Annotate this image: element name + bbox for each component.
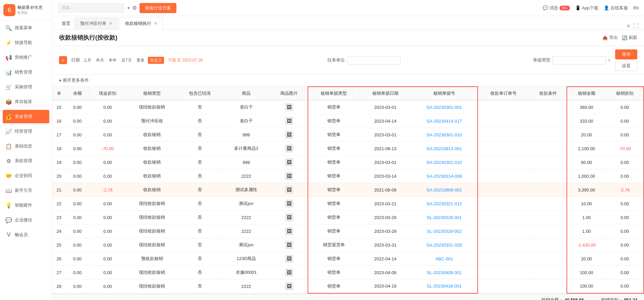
sidebar-item-营销推广[interactable]: 📢 营销推广 <box>0 50 52 65</box>
sidebar-label-10: 企业协同 <box>15 173 32 179</box>
td-receipt-order-no <box>478 169 529 183</box>
sidebar-label-14: 畅会员 <box>15 232 28 238</box>
sidebar-item-系统管理[interactable]: ⚙ 系统管理 <box>0 154 52 168</box>
td-voucher-no[interactable]: ABC-001 <box>411 252 477 266</box>
td-product: 测试jun <box>222 197 270 211</box>
filter-partner-input[interactable] <box>347 56 400 65</box>
td-cash-discount: 0.00 <box>89 252 126 266</box>
td-verify-type: 预付冲应收 <box>126 114 178 128</box>
tab-prepay-close[interactable]: ✕ <box>109 21 112 26</box>
td-voucher-no[interactable]: SA-20230414-017 <box>411 114 477 128</box>
td-balance: 0.00 <box>66 183 89 197</box>
td-voucher-no[interactable]: SA-20230314-008 <box>411 169 477 183</box>
filter-custom[interactable]: 自定义 <box>148 57 164 64</box>
sidebar-item-资金管理[interactable]: 💰 资金管理 <box>3 110 49 123</box>
td-voucher-no[interactable]: SA-20230331-026 <box>411 238 477 252</box>
td-voucher-no[interactable]: SA-20210808-001 <box>411 183 477 197</box>
footer-amount: 核销金额： 40,556,66... <box>541 297 587 300</box>
td-receipt-order-no <box>478 156 529 169</box>
sidebar-item-新手引导[interactable]: 📖 新手引导 <box>0 183 52 198</box>
sidebar-item-库存核算[interactable]: 📦 库存核算 <box>0 94 52 109</box>
td-voucher-no[interactable]: SL-20230328-001 <box>411 211 477 224</box>
export-button[interactable]: 📤 导出 <box>602 35 618 41</box>
filter-voucher-type-input[interactable] <box>552 56 606 65</box>
filter-more[interactable]: 更多 <box>135 57 146 64</box>
filter-partner-dots[interactable]: ... <box>402 58 408 63</box>
td-voucher-no[interactable]: SA-20230301-010 <box>411 156 477 169</box>
tab-verify-close[interactable]: ✕ <box>154 21 157 26</box>
message-btn[interactable]: 💬 消息 99+ <box>543 5 570 11</box>
filter-7days[interactable]: 近7天 <box>120 57 133 64</box>
sidebar-item-基础信息[interactable]: 📋 基础信息 <box>0 139 52 154</box>
sidebar-item-快捷导航[interactable]: ⚡ 快捷导航 <box>0 35 52 50</box>
sidebar-item-采购管理[interactable]: 🛒 采购管理 <box>0 80 52 94</box>
td-voucher-no[interactable]: SA-20230301-010 <box>411 128 477 142</box>
th-gear[interactable]: ⚙ <box>52 87 66 100</box>
window-close-icon[interactable]: ✕ <box>626 23 631 29</box>
app-download-btn[interactable]: 📱 App下载 <box>575 5 598 11</box>
td-verify-discount: 0.00 <box>606 197 644 211</box>
footer-discount-value: 952.24 <box>624 297 637 300</box>
td-id: 16 <box>52 114 66 128</box>
table-header-row: ⚙ 余额 现金折扣 核销类型 包含已结清 商品 商品图片 核销单据类型 核销单据… <box>52 87 644 100</box>
search-bar[interactable]: 搜索... <box>58 3 125 13</box>
tab-prepay[interactable]: 预付冲应付单 ✕ <box>74 17 118 29</box>
td-voucher-no[interactable]: SL-20230328-002 <box>411 224 477 238</box>
td-voucher-no[interactable]: SA-20210813-001 <box>411 142 477 156</box>
filter-this-year[interactable]: 本年 <box>107 57 118 64</box>
td-cash-discount: 0.00 <box>89 280 126 293</box>
refresh-icon: 🔄 <box>622 35 627 40</box>
td-balance: 0.00 <box>66 156 89 169</box>
td-verify-type: 现结收款核销 <box>126 197 178 211</box>
td-verify-discount: 0.00 <box>606 224 644 238</box>
sidebar-item-智能硬件[interactable]: 💡 智能硬件 <box>0 198 52 213</box>
td-voucher-no[interactable]: SA-20230321-012 <box>411 197 477 211</box>
user-area[interactable]: Rit <box>633 5 639 10</box>
td-verify-discount: 0.00 <box>606 266 644 280</box>
filter-setting-button[interactable]: 设置 <box>615 61 637 71</box>
td-product: 123D商品 <box>222 252 270 266</box>
td-receipt-condition <box>529 280 567 293</box>
sidebar-item-搜索菜单[interactable]: 🔍 搜索菜单 <box>0 20 52 35</box>
filter-voucher-type-dots[interactable]: ▾ <box>608 58 611 63</box>
td-voucher-no[interactable]: SA-20230301-001 <box>411 100 477 114</box>
td-id: 22 <box>52 197 66 211</box>
sidebar-item-企业微信[interactable]: 💬 企业微信 <box>0 213 52 227</box>
td-verify-amount: 20.00 <box>567 252 606 266</box>
td-product-img: 🖼 <box>270 197 308 211</box>
tab-verify[interactable]: 收款核销执行 ✕ <box>119 17 163 30</box>
td-receipt-order-no <box>478 114 529 128</box>
sidebar-item-企业协同[interactable]: 🤝 企业协同 <box>0 168 52 183</box>
sidebar-item-经营管理[interactable]: 📈 经营管理 <box>0 124 52 139</box>
table-row: 28 0.00 0.00 现结收款核销 否 2222 🖼 销货单 2023-04… <box>52 280 644 293</box>
sidebar-menu: 🔍 搜索菜单 ⚡ 快捷导航 📢 营销推广 📊 销售管理 🛒 采购管理 📦 库存核… <box>0 20 52 300</box>
filter-last-month[interactable]: 上月 <box>82 57 93 64</box>
table-row: 18 0.00 -70.00 收款核销 否 多计量商品2 🖼 销货单 2021-… <box>52 142 644 156</box>
refresh-button[interactable]: 🔄 刷新 <box>622 35 637 41</box>
td-verify-type: 现结收款核销 <box>126 280 178 293</box>
industry-solution-button[interactable]: 体验行业方案 <box>140 3 176 13</box>
td-include-settled: 否 <box>178 238 222 252</box>
td-verify-discount: 0.00 <box>606 280 644 293</box>
message-icon: 💬 <box>543 5 548 10</box>
filter-expand-button[interactable]: » <box>59 56 67 64</box>
td-verify-type: 现结收款核销 <box>126 238 178 252</box>
filter-query-button[interactable]: 查询 <box>615 49 637 59</box>
td-voucher-no[interactable]: SL-20230418-001 <box>411 280 477 293</box>
td-receipt-condition <box>529 183 567 197</box>
sidebar-item-畅会员[interactable]: V 畅会员 <box>0 227 52 242</box>
filter-this-month[interactable]: 本月 <box>95 57 105 64</box>
online-service-btn[interactable]: 👤 在线客服 <box>604 5 628 11</box>
sidebar-icon-11: 📖 <box>5 187 12 194</box>
expand-more-button[interactable]: ▾ 展开更多条件 <box>59 77 89 83</box>
td-product-img: 🖼 <box>270 183 308 197</box>
tab-home[interactable]: 首页 <box>58 18 74 29</box>
td-voucher-no[interactable]: SL-20230408-001 <box>411 266 477 280</box>
settings-icon[interactable]: ⚙ <box>132 5 137 11</box>
window-maximize-icon[interactable]: ⛶ <box>633 23 639 29</box>
page-header-actions: 📤 导出 🔄 刷新 <box>602 35 637 45</box>
sidebar-item-销售管理[interactable]: 📊 销售管理 <box>0 65 52 80</box>
td-receipt-order-no <box>478 100 529 114</box>
message-badge: 99+ <box>559 6 570 10</box>
search-dropdown-icon[interactable]: ▾ <box>127 6 129 10</box>
